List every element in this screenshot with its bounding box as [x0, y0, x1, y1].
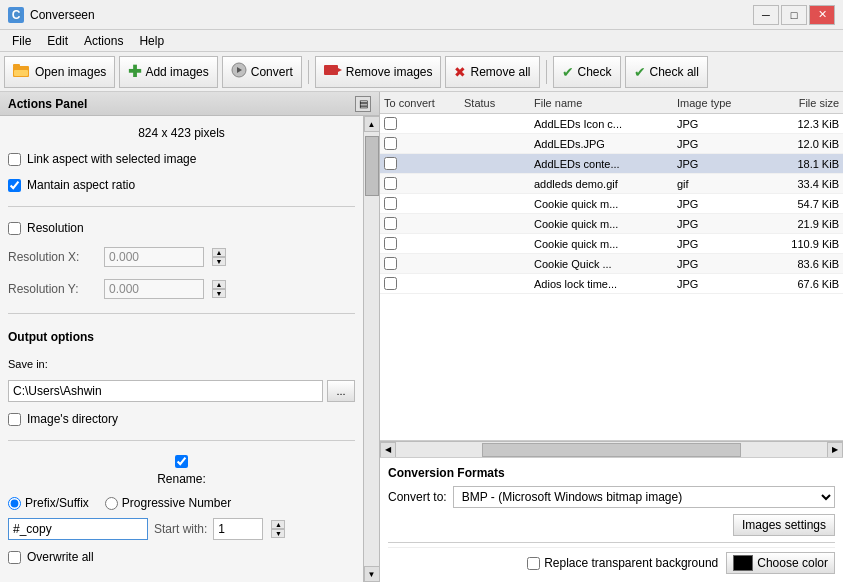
close-button[interactable]: ✕: [809, 5, 835, 25]
row-checkbox[interactable]: [384, 257, 397, 270]
row-checkbox[interactable]: [384, 277, 397, 290]
row-filesize: 33.4 KiB: [763, 178, 843, 190]
row-checkbox[interactable]: [384, 197, 397, 210]
row-filename: Cookie quick m...: [530, 238, 673, 250]
rename-row: Rename:: [8, 453, 355, 488]
scroll-thumb[interactable]: [365, 136, 379, 196]
maximize-button[interactable]: □: [781, 5, 807, 25]
horizontal-scrollbar[interactable]: ◀ ▶: [380, 441, 843, 457]
link-aspect-checkbox[interactable]: [8, 153, 21, 166]
format-select[interactable]: BMP - (Microsoft Windows bitmap image): [453, 486, 835, 508]
h-scroll-thumb[interactable]: [482, 443, 741, 457]
row-checkbox[interactable]: [384, 237, 397, 250]
overwrite-all-checkbox[interactable]: [8, 551, 21, 564]
toolbar-separator-2: [546, 60, 547, 84]
resolution-row: Resolution: [8, 219, 355, 237]
start-with-down[interactable]: ▼: [271, 529, 285, 538]
menu-actions[interactable]: Actions: [76, 32, 131, 50]
open-images-button[interactable]: Open images: [4, 56, 115, 88]
resolution-y-input[interactable]: [104, 279, 204, 299]
table-row[interactable]: AddLEDs Icon c... JPG 12.3 KiB: [380, 114, 843, 134]
remove-all-button[interactable]: ✖ Remove all: [445, 56, 539, 88]
row-checkbox[interactable]: [384, 217, 397, 230]
row-checkbox[interactable]: [384, 177, 397, 190]
table-row[interactable]: Cookie Quick ... JPG 83.6 KiB: [380, 254, 843, 274]
table-row[interactable]: AddLEDs conte... JPG 18.1 KiB: [380, 154, 843, 174]
images-dir-checkbox[interactable]: [8, 413, 21, 426]
replace-transparent-checkbox[interactable]: [527, 557, 540, 570]
table-row[interactable]: AddLEDs.JPG JPG 12.0 KiB: [380, 134, 843, 154]
menu-help[interactable]: Help: [131, 32, 172, 50]
maintain-aspect-row: Mantain aspect ratio: [8, 176, 355, 194]
resolution-y-up[interactable]: ▲: [212, 280, 226, 289]
table-row[interactable]: Adios lock time... JPG 67.6 KiB: [380, 274, 843, 294]
start-with-input[interactable]: [213, 518, 263, 540]
resolution-checkbox[interactable]: [8, 222, 21, 235]
panel-toggle-button[interactable]: ▤: [355, 96, 371, 112]
svg-text:C: C: [12, 8, 21, 22]
right-panel: To convert Status File name Image type F…: [380, 92, 843, 582]
table-row[interactable]: addleds demo.gif gif 33.4 KiB: [380, 174, 843, 194]
start-with-spinner: ▲ ▼: [271, 520, 285, 538]
maintain-aspect-checkbox[interactable]: [8, 179, 21, 192]
toolbar: Open images ✚ Add images Convert Remove …: [0, 52, 843, 92]
table-row[interactable]: Cookie quick m... JPG 54.7 KiB: [380, 194, 843, 214]
header-filesize: File size: [763, 97, 843, 109]
convert-to-label: Convert to:: [388, 490, 447, 504]
start-with-up[interactable]: ▲: [271, 520, 285, 529]
resolution-x-input[interactable]: [104, 247, 204, 267]
images-dir-row: Image's directory: [8, 410, 355, 428]
row-filename: Cookie quick m...: [530, 198, 673, 210]
row-checkbox-cell: [380, 137, 460, 150]
menu-edit[interactable]: Edit: [39, 32, 76, 50]
main-content: Actions Panel ▤ 824 x 423 pixels Link as…: [0, 92, 843, 582]
row-checkbox-cell: [380, 117, 460, 130]
row-checkbox-cell: [380, 237, 460, 250]
table-row[interactable]: Cookie quick m... JPG 21.9 KiB: [380, 214, 843, 234]
row-filename: AddLEDs Icon c...: [530, 118, 673, 130]
row-checkbox-cell: [380, 157, 460, 170]
table-row[interactable]: Cookie quick m... JPG 110.9 KiB: [380, 234, 843, 254]
app-title: Converseen: [30, 8, 753, 22]
add-images-button[interactable]: ✚ Add images: [119, 56, 217, 88]
row-checkbox[interactable]: [384, 117, 397, 130]
check-all-button[interactable]: ✔ Check all: [625, 56, 708, 88]
overwrite-all-label: Overwrite all: [27, 550, 94, 564]
browse-button[interactable]: ...: [327, 380, 355, 402]
start-with-label: Start with:: [154, 522, 207, 536]
resolution-x-up[interactable]: ▲: [212, 248, 226, 257]
scroll-down-button[interactable]: ▼: [364, 566, 380, 582]
row-checkbox[interactable]: [384, 137, 397, 150]
images-dir-label: Image's directory: [27, 412, 118, 426]
output-options-title: Output options: [8, 330, 355, 344]
image-settings-button[interactable]: Images settings: [733, 514, 835, 536]
row-filename: AddLEDs conte...: [530, 158, 673, 170]
color-swatch: [733, 555, 753, 571]
resolution-x-down[interactable]: ▼: [212, 257, 226, 266]
remove-images-button[interactable]: Remove images: [315, 56, 442, 88]
check-button[interactable]: ✔ Check: [553, 56, 621, 88]
menu-file[interactable]: File: [4, 32, 39, 50]
h-scroll-left-button[interactable]: ◀: [380, 442, 396, 458]
save-path-input[interactable]: [8, 380, 323, 402]
minimize-button[interactable]: ─: [753, 5, 779, 25]
rename-label: Rename:: [157, 472, 206, 486]
left-panel-scrollbar[interactable]: ▲ ▼: [363, 116, 379, 582]
prefix-suffix-radio[interactable]: [8, 497, 21, 510]
h-scroll-right-button[interactable]: ▶: [827, 442, 843, 458]
rename-checkbox[interactable]: [175, 455, 188, 468]
file-list-container: To convert Status File name Image type F…: [380, 92, 843, 441]
prefix-input[interactable]: [8, 518, 148, 540]
row-checkbox-cell: [380, 257, 460, 270]
convert-button[interactable]: Convert: [222, 56, 302, 88]
scroll-up-button[interactable]: ▲: [364, 116, 380, 132]
choose-color-button[interactable]: Choose color: [726, 552, 835, 574]
svg-marker-8: [338, 68, 342, 72]
progressive-number-radio[interactable]: [105, 497, 118, 510]
header-status: Status: [460, 97, 530, 109]
row-checkbox[interactable]: [384, 157, 397, 170]
row-checkbox-cell: [380, 177, 460, 190]
resolution-y-down[interactable]: ▼: [212, 289, 226, 298]
row-imagetype: JPG: [673, 258, 763, 270]
replace-transparent-label: Replace transparent background: [544, 556, 718, 570]
